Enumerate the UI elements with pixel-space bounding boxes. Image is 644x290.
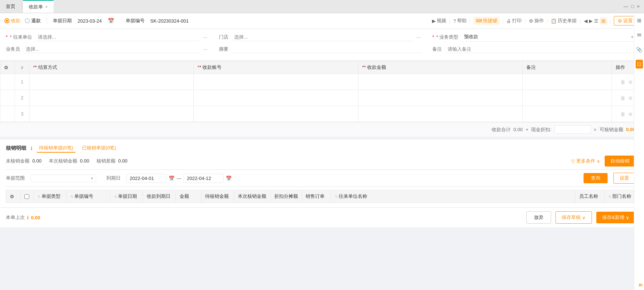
auto-verify-btn[interactable]: 自动核销 — [605, 156, 635, 166]
save-new-button[interactable]: 保存&新增 ∨ — [596, 212, 635, 223]
sidebar-mail-icon[interactable]: ✉ — [636, 31, 643, 39]
abandon-button[interactable]: 放弃 — [526, 211, 551, 224]
print-label: 打印 — [512, 17, 522, 24]
bth-checkbox[interactable] — [21, 191, 34, 202]
sort-icon: ⇅ — [70, 195, 73, 199]
bth-discount-label: 折扣分摊额 — [274, 193, 298, 200]
store-more[interactable]: ··· — [415, 34, 422, 40]
verify-section: 核销明细 ℹ 待核销单据(0笔) 已核销单据(0笔) 未核销金额 0.00 本次… — [0, 137, 641, 207]
row-delete-icon[interactable]: 🗑 — [620, 111, 625, 117]
total-value: 0.00 — [514, 127, 523, 132]
form-area: * * 往来单位 ··· 门店 ··· * * 业务类型 预收款 ▾ — [0, 29, 641, 61]
biz-type-dropdown[interactable]: 预收款 ▾ — [462, 32, 635, 42]
verify-tab-done[interactable]: 已核销单据(0笔) — [80, 144, 118, 153]
minimize-icon[interactable]: — — [624, 4, 628, 9]
sort-icon: ⇅ — [335, 195, 338, 199]
print-btn[interactable]: 🖨 打印 — [506, 17, 522, 24]
bth-settings-icon: ⚙ — [10, 194, 14, 199]
radio-income-circle — [4, 18, 9, 23]
date-end-input[interactable] — [184, 174, 224, 183]
summary-label: 摘要 — [219, 46, 228, 52]
select-all-checkbox[interactable] — [24, 194, 29, 199]
bth-dept-label: 部门名称 — [612, 193, 631, 200]
equals-sign: = — [594, 127, 597, 132]
th-amount: ** 收款金额 — [358, 61, 522, 74]
num-value: SK-20230324-001 — [150, 18, 189, 24]
bth-settings[interactable]: ⚙ — [6, 191, 21, 202]
more-conditions-btn[interactable]: ▽ 更多条件 ∧ — [571, 158, 600, 164]
radio-income[interactable]: 收款 — [4, 17, 20, 24]
date-start-input[interactable] — [126, 174, 166, 183]
nav-prev[interactable]: ◀ — [584, 18, 588, 24]
video-icon: ▶ — [432, 18, 436, 24]
operations-btn[interactable]: ⚙ 操作 — [529, 17, 544, 24]
discount-input[interactable] — [554, 125, 591, 134]
bth-current-label: 本次核销金额 — [238, 193, 266, 200]
row-delete-icon[interactable]: 🗑 — [620, 79, 625, 85]
calendar-end-icon[interactable]: 📅 — [226, 176, 232, 181]
bth-pending-label: 待核销金额 — [205, 193, 229, 200]
num-label: 单据编号 — [126, 17, 145, 24]
row-copy-icon[interactable]: ⊕ — [628, 95, 633, 101]
verify-tab-pending[interactable]: 待核销单据(0笔) — [37, 144, 75, 153]
filter-settings-label: 设置 — [620, 175, 629, 181]
th-remark-label: 备注 — [526, 64, 536, 70]
shortcut-btn[interactable]: ⌨ 快捷键 — [474, 17, 499, 25]
ai-label[interactable]: Ai — [639, 283, 643, 287]
from-unit-input[interactable] — [36, 33, 200, 41]
nav-next[interactable]: ▶ — [589, 18, 593, 24]
sidebar-expand-icon[interactable]: ⊡ — [636, 60, 643, 68]
sidebar-table-icon[interactable]: ⊞ — [636, 16, 643, 25]
bth-staff: 员工名称 — [576, 190, 605, 203]
calendar-icon[interactable]: 📅 — [108, 18, 114, 24]
bth-bill-type-label: 单据类型 — [42, 193, 60, 200]
th-settings[interactable]: ⚙ — [0, 61, 15, 74]
verify-info-icon[interactable]: ℹ — [31, 146, 32, 151]
layout-grid[interactable]: ⊞ — [600, 17, 607, 24]
biz-required: * — [432, 34, 434, 40]
settings-icon: ⚙ — [4, 65, 8, 70]
staff-more[interactable]: ··· — [202, 46, 209, 52]
operations-label: 操作 — [534, 17, 544, 24]
layout-list[interactable]: ☰ — [594, 18, 598, 24]
radio-refund-label: 退款 — [31, 17, 41, 24]
query-btn[interactable]: 查询 — [584, 173, 608, 183]
tab-active[interactable]: 收款单 × — [23, 0, 54, 13]
th-amount-label: * 收款金额 — [364, 64, 386, 70]
history-btn[interactable]: 📋 历史单据 — [551, 17, 577, 24]
staff-label: 业务员 — [6, 46, 20, 52]
maximize-icon[interactable]: □ — [631, 4, 634, 9]
close-icon[interactable]: × — [637, 4, 640, 9]
bth-sales-order: 销售订单 — [302, 190, 331, 203]
calendar-start-icon[interactable]: 📅 — [169, 176, 174, 181]
store-label: 门店 — [219, 34, 228, 40]
help-btn[interactable]: ? 帮助 — [453, 17, 466, 24]
save-draft-button[interactable]: 保存草稿 ∨ — [555, 211, 592, 224]
remark-group: 备注 — [432, 45, 635, 53]
summary-input[interactable] — [232, 45, 422, 53]
bth-staff-label: 员工名称 — [579, 193, 598, 200]
diff-value: 0.00 — [118, 158, 127, 164]
th-row-num: # — [15, 61, 30, 74]
data-table-container: ⚙ # ** 结算方式 ** 收款账号 ** 收款金额 — [0, 61, 641, 122]
table-row: 3 🗑 ⊕ — [0, 106, 641, 122]
store-input[interactable] — [232, 33, 413, 41]
row-copy-icon[interactable]: ⊕ — [628, 79, 633, 85]
filter-settings-btn[interactable]: 设置 — [613, 173, 635, 184]
sidebar-clip-icon[interactable]: 📎 — [635, 45, 644, 54]
staff-input[interactable] — [24, 45, 200, 53]
bth-bill-type: ⇅ 单据类型 — [34, 190, 67, 203]
row-copy-icon[interactable]: ⊕ — [628, 111, 633, 117]
row-delete-icon[interactable]: 🗑 — [620, 95, 625, 101]
tab-close-icon[interactable]: × — [45, 4, 48, 9]
remark-input[interactable] — [445, 45, 635, 53]
th-ops-label: 操作 — [616, 64, 625, 70]
video-btn[interactable]: ▶ 视频 — [432, 17, 446, 24]
radio-refund[interactable]: 退款 — [25, 17, 41, 24]
tab-home[interactable]: 首页 — [0, 0, 21, 13]
total-label: 收款合计 — [492, 126, 511, 133]
range-select[interactable]: ▾ — [31, 175, 96, 182]
settings-button[interactable]: ⚙ 设置 — [614, 16, 637, 26]
footer-info-icon[interactable]: ℹ — [27, 215, 29, 220]
from-unit-more[interactable]: ··· — [202, 34, 209, 40]
